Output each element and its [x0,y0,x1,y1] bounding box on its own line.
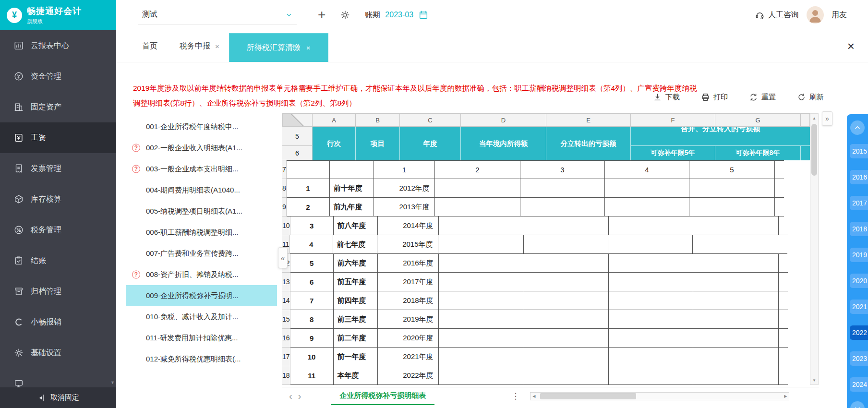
cell-year[interactable]: 2015年度 [377,235,438,254]
expand-panel-button[interactable]: » [822,111,832,126]
cell[interactable] [524,366,609,385]
row-number[interactable]: 15 [282,310,290,329]
cell-item[interactable]: 前一年度 [334,348,378,366]
cell[interactable] [693,366,779,385]
cell[interactable] [778,235,787,254]
sidebar-item-settings[interactable]: 基础设置 [0,337,116,368]
sidebar-item-funds[interactable]: 资金管理 [0,61,116,92]
cell-year[interactable]: 2019年度 [378,310,439,329]
row-number[interactable]: 14 [282,291,290,310]
header-item[interactable]: 项目 [356,127,400,160]
question-badge-icon[interactable]: ? [132,165,140,173]
vertical-scrollbar[interactable]: ▲ ▼ [810,113,819,385]
cell[interactable] [605,198,689,216]
year-chip-2017[interactable]: 2017 [850,196,868,210]
col-header-partial[interactable] [801,113,810,127]
print-button[interactable]: 打印 [701,93,728,102]
cell[interactable] [524,254,609,273]
sheet-next-icon[interactable]: › [295,391,304,402]
cell[interactable] [524,310,609,329]
sidebar-item-inventory[interactable]: 库存核算 [0,184,116,215]
year-chip-2020[interactable]: 2020 [850,274,868,288]
cell-line[interactable]: 4 [290,235,333,254]
sidebar-item-cloud-report[interactable]: 云报表中心 [0,30,116,61]
cell-year[interactable]: 2014年度 [378,216,439,235]
year-chip-2022[interactable]: 2022 [850,325,868,340]
row-number[interactable]: 7 [282,160,287,179]
cell[interactable]: 1 [374,160,435,179]
year-chip-2024[interactable]: 2024 [850,377,868,392]
grid-corner-cell[interactable] [282,113,313,127]
cell[interactable] [693,329,779,348]
sidebar-item-closing[interactable]: 结账 [0,245,116,276]
col-header-G[interactable]: G [715,113,801,127]
refresh-button[interactable]: 刷新 [797,93,824,102]
header-split-out-loss[interactable]: 分立转出的亏损额 [546,127,631,160]
sidebar-item-tax[interactable]: 税务管理 [0,215,116,245]
close-icon[interactable]: × [215,42,219,50]
cell[interactable]: 3 [520,160,605,179]
form-item-007[interactable]: 007-广告费和业务宣传费跨... [126,243,277,264]
cell[interactable] [779,291,788,310]
cell-line[interactable]: 10 [290,348,334,366]
calendar-icon[interactable] [418,10,429,20]
cell[interactable] [779,329,788,348]
form-item-005[interactable]: 005-纳税调整项目明细表(A1... [126,201,277,222]
collapse-panel-button[interactable]: « [278,247,288,268]
sidebar-item-salary[interactable]: 工资 [0,122,116,153]
form-item-008[interactable]: ?008-资产折旧、摊销及纳税... [126,264,277,285]
row-number[interactable]: 13 [282,273,290,291]
cell-line[interactable]: 5 [290,254,334,273]
more-icon[interactable]: ⋮ [511,391,519,401]
cell[interactable] [609,329,693,348]
header-year[interactable]: 年度 [400,127,461,160]
col-header-D[interactable]: D [461,113,546,127]
download-button[interactable]: 下载 [653,93,680,102]
cell[interactable] [287,160,330,179]
cell[interactable] [524,329,609,348]
form-item-006[interactable]: 006-职工薪酬纳税调整明细... [126,222,277,243]
cell[interactable] [524,216,609,235]
col-header-E[interactable]: E [546,113,631,127]
form-item-012[interactable]: 012-减免所得税优惠明细表(... [126,348,277,370]
cell-line[interactable]: 11 [290,366,334,385]
col-header-A[interactable]: A [313,113,356,127]
avatar[interactable] [807,6,824,24]
row-header-6[interactable]: 6 [282,146,313,160]
horizontal-scrollbar[interactable]: ◀ ▶ [530,392,789,400]
user-name[interactable]: 用友 [832,10,847,20]
cell[interactable] [330,160,374,179]
cell[interactable] [524,348,609,366]
cell-item[interactable]: 前二年度 [334,329,378,348]
cell[interactable] [693,216,779,235]
col-header-F[interactable]: F [631,113,715,127]
header-carry-5y[interactable]: 可弥补年限5年 [631,146,715,160]
cell-line[interactable]: 7 [290,291,334,310]
cell[interactable] [609,348,693,366]
row-number[interactable]: 18 [282,366,290,385]
cell[interactable] [439,329,524,348]
cell[interactable] [520,179,605,198]
sidebar-item-archive[interactable]: 归档管理 [0,276,116,307]
cell[interactable] [693,235,778,254]
row-number[interactable]: 8 [282,179,287,198]
form-item-003[interactable]: ?003-一般企业成本支出明细... [126,158,277,180]
cell[interactable] [439,216,524,235]
scroll-right-icon[interactable]: ▶ [784,394,787,398]
app-logo[interactable]: ¥ 畅捷通好会计 旗舰版 [0,0,116,30]
cell-year[interactable]: 2022年度 [378,366,439,385]
cell-year[interactable]: 2018年度 [378,291,439,310]
cell[interactable] [609,254,693,273]
cell[interactable] [520,198,605,216]
cell[interactable] [524,291,609,310]
cell-year[interactable]: 2020年度 [378,329,439,348]
cell-item[interactable]: 前七年度 [333,235,377,254]
form-item-001[interactable]: 001-企业所得税年度纳税申... [126,116,277,137]
cell[interactable] [779,310,788,329]
cell[interactable] [609,273,693,291]
cell[interactable] [524,273,609,291]
cell[interactable] [775,160,784,179]
cell[interactable]: 5 [689,160,775,179]
cell[interactable] [438,235,524,254]
cell-year[interactable]: 2017年度 [378,273,439,291]
